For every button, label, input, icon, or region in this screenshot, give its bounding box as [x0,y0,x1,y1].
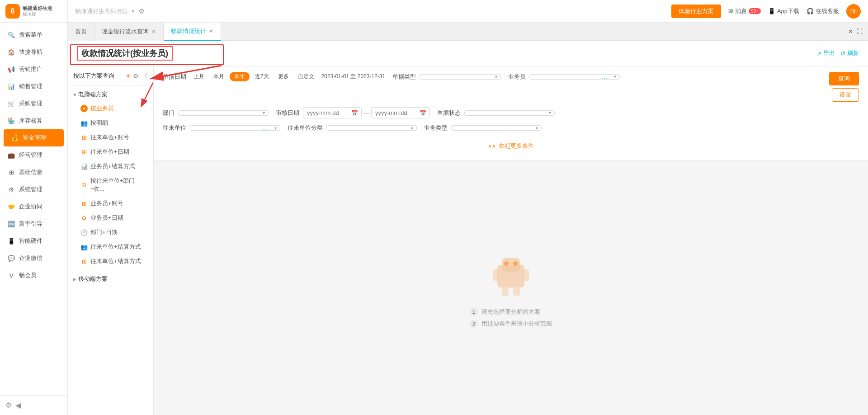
window-minimize[interactable]: ✕ [848,28,853,35]
review-date-range: 📅 — 📅 [303,107,430,118]
refresh-icon: ↺ [840,50,845,57]
sidebar-item-collab[interactable]: 🤝 企业协同 [0,198,67,215]
business-type-label: 业务类型 [424,124,448,132]
table-icon-4: ⊞ [80,200,88,207]
topbar-left: 畅捷通好生意标准版 ▾ ⚙ [75,7,144,15]
settings2-icon: ⚙ [80,214,88,222]
tab-bank-flow[interactable]: 现金银行流水查询 ✕ [94,23,164,41]
date-tab-7days[interactable]: 近7天 [251,72,273,81]
dropdown-icon[interactable]: ▾ [132,8,135,14]
system-icon: ⚙ [7,185,15,193]
query-button[interactable]: 查询 [829,72,859,85]
scheme-item-unit-account[interactable]: ⊞ 往来单位+账号 [68,130,153,145]
logo-icon: 6 [5,4,20,19]
sidebar-item-inventory[interactable]: 🏪 库存核算 [0,112,67,129]
footer-collapse-icon[interactable]: ◀ [15,401,21,410]
sidebar-item-finance[interactable]: 💰 资金管理 [4,129,64,146]
date-tab-last-month[interactable]: 上月 [190,72,208,81]
megaphone-icon: 📢 [7,65,15,73]
scheme-item-unit-date[interactable]: ⊞ 往来单位+日期 [68,145,153,159]
wechat-icon: 💬 [7,254,15,262]
date-label: 单据日期 [163,73,186,81]
window-maximize[interactable]: ⛶ [857,28,863,35]
main-content: 畅捷通好生意标准版 ▾ ⚙ 体验行业方案 ✉ 消息 99+ 📱 App下载 🎧 … [68,0,868,415]
svg-rect-7 [524,269,529,281]
scheme-settings-btn[interactable]: ⚙ [133,72,139,80]
scheme-item-unit-payment-1[interactable]: 👥 往来单位+结算方式 [68,240,153,254]
scheme-group-desktop[interactable]: ▾ 电脑端方案 [68,88,153,101]
counterpart-class-select[interactable] [326,125,417,131]
business-type-select[interactable] [451,125,542,131]
sidebar-item-wechat[interactable]: 💬 企业微信 [0,250,67,267]
date-tab-this-year[interactable]: 本年 [230,72,250,81]
date-tab-more[interactable]: 更多 [274,72,292,81]
scheme-section-mobile: ▸ 移动端方案 [68,270,153,288]
settings-button[interactable]: 设置 [832,88,859,102]
sidebar-item-operations[interactable]: 💼 经营管理 [0,146,67,164]
scheme-group-mobile[interactable]: ▸ 移动端方案 [68,272,153,286]
footer-settings-icon[interactable]: ⚙ [5,401,12,410]
export-button[interactable]: ↗ 导出 [816,49,835,57]
date-tab-this-month[interactable]: 本月 [210,72,228,81]
sidebar-item-hardware[interactable]: 📱 智能硬件 [0,232,67,250]
sidebar-item-purchase[interactable]: 🛒 采购管理 [0,95,67,112]
scheme-item-salesperson-payment[interactable]: 📊 业务员+结算方式 [68,159,153,174]
sidebar-item-marketing[interactable]: 📢 营销推广 [0,61,67,78]
page-actions: ↗ 导出 ↺ 刷新 [816,49,859,57]
date-tab-custom[interactable]: 自定义 [294,72,318,81]
date-tabs: 上月 本月 本年 近7天 更多 自定义 [190,72,318,81]
clock-icon: 🕐 [80,229,88,236]
scheme-item-salesperson-date[interactable]: ⚙ 业务员+日期 [68,211,153,225]
svg-rect-8 [502,288,509,296]
review-date-from-input[interactable] [303,107,362,118]
voucher-type-select[interactable] [420,74,501,80]
app-download-action[interactable]: 📱 App下载 [768,7,799,15]
online-service-action[interactable]: 🎧 在线客服 [807,7,839,15]
logo-area: 6 畅捷通好生意 标准版 [0,0,67,23]
scheme-add-btn[interactable]: + [126,72,130,80]
dept-select[interactable] [178,110,269,116]
trial-button[interactable]: 体验行业方案 [671,5,721,18]
sidebar-item-guide[interactable]: 🆕 新手引导 [0,215,67,232]
export-icon: ↗ [816,50,821,57]
tab-home[interactable]: 首页 [68,23,94,41]
content-area: 按以下方案查询 + ⚙ 《 [68,66,868,415]
scheme-item-unit-dept-collect[interactable]: ⊞ 按往来单位+部门+收... [68,174,153,196]
sidebar-item-member[interactable]: V 畅会员 [0,267,67,284]
scheme-header-title: 按以下方案查询 [73,72,114,80]
date-separator: — [363,109,369,116]
scheme-item-by-detail[interactable]: 👥 按明细 [68,116,153,130]
placeholder-steps: 1 请先选择要分析的方案 2 用过滤条件来缩小分析范围 [470,308,552,331]
user-avatar[interactable]: Rit [846,4,861,19]
scheme-item-dept-date[interactable]: 🕐 部门+日期 [68,225,153,240]
collapse-bar[interactable]: ∧∧ 收起更多条件 [163,137,859,155]
review-date-to-input[interactable] [371,107,430,118]
salesperson-more-btn[interactable]: ... [602,73,607,80]
scheme-item-unit-payment-2[interactable]: ⊞ 往来单位+结算方式 [68,254,153,269]
table-icon-2: ⊞ [80,148,88,156]
sidebar-item-search[interactable]: 🔍 搜索菜单 [0,26,67,43]
tab-close-bank[interactable]: ✕ [151,28,156,35]
logo-text: 畅捷通好生意 标准版 [23,5,52,17]
group-icon: 👥 [80,243,88,250]
settings-icon-topbar[interactable]: ⚙ [138,7,144,15]
tab-collection-stat[interactable]: 收款情况统计 ✕ [164,23,221,41]
scheme-panel-header: 按以下方案查询 + ⚙ 《 [68,66,153,86]
member-icon: V [7,271,15,279]
voucher-status-select[interactable] [464,110,555,116]
sidebar-item-sales[interactable]: 📊 销售管理 [0,78,67,95]
scheme-collapse-btn[interactable]: 《 [142,72,148,80]
sidebar-item-basic-info[interactable]: ⊞ 基础信息 [0,164,67,181]
tab-close-collection[interactable]: ✕ [209,28,213,34]
sidebar-item-quick-nav[interactable]: 🏠 快捷导航 [0,43,67,61]
refresh-button[interactable]: ↺ 刷新 [840,49,859,57]
breadcrumb: 畅捷通好生意标准版 [75,7,128,15]
scheme-item-salesperson-account[interactable]: ⊞ 业务员+账号 [68,196,153,211]
sidebar-item-system[interactable]: ⚙ 系统管理 [0,181,67,198]
message-action[interactable]: ✉ 消息 99+ [728,7,761,15]
table-icon-1: ⊞ [80,134,88,141]
search-icon: 🔍 [7,31,15,39]
scheme-item-by-salesperson[interactable]: ● 按业务员 [68,101,153,116]
counterpart-more-btn[interactable]: ... [262,124,268,132]
result-area: 1 请先选择要分析的方案 2 用过滤条件来缩小分析范围 [154,160,868,415]
